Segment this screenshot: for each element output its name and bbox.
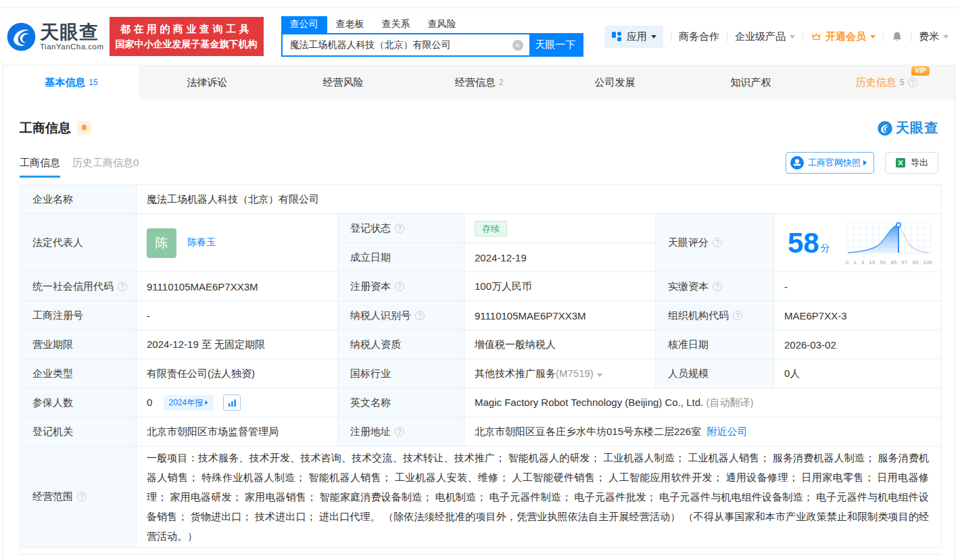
divider: [911, 32, 911, 42]
address-label: 注册地址: [338, 417, 464, 447]
search-area: 查公司 查老板 查关系 查风险 魔法工场机器人科技（北京）有限公司 天眼一下: [281, 16, 583, 57]
table-row: 登记机关 北京市朝阳区市场监督管理局 注册地址 北京市朝阳区豆各庄乡水牛坊015…: [20, 417, 942, 447]
tab-label: 基本信息: [45, 76, 85, 89]
score-value: 58分: [774, 214, 942, 272]
report-chart-button[interactable]: [223, 394, 241, 411]
tianyancha-watermark: 天眼查: [878, 119, 938, 137]
subscribe-bell-button[interactable]: [77, 121, 91, 135]
notification-bell-icon[interactable]: [891, 30, 903, 43]
industry-label: 国标行业: [338, 359, 464, 388]
chevron-down-icon: [943, 35, 949, 39]
score-label: 天眼评分: [656, 214, 774, 272]
tab-basic-info[interactable]: 基本信息15: [3, 66, 139, 99]
search-value: 魔法工场机器人科技（北京）有限公司: [290, 39, 512, 51]
address-value: 北京市朝阳区豆各庄乡水牛坊015号东楼二层226室 附近公司: [464, 417, 942, 447]
official-snapshot-button[interactable]: 工商官网快照: [786, 152, 874, 174]
tab-company-development[interactable]: 公司发展: [547, 66, 683, 99]
legal-rep-link[interactable]: 陈春玉: [187, 236, 216, 247]
help-icon[interactable]: [713, 282, 722, 291]
tianyancha-logo[interactable]: 天眼查 TianYanCha.com: [7, 22, 104, 51]
crown-icon: [811, 31, 822, 43]
menu-business-cooperation[interactable]: 商务合作: [679, 30, 719, 43]
org-code-value: MAE6P7XX-3: [774, 301, 942, 330]
tab-label: 知识产权: [731, 76, 771, 89]
search-tab-company[interactable]: 查公司: [281, 16, 327, 33]
tianyancha-logo-icon: [7, 22, 36, 51]
business-info-table: 企业名称 魔法工场机器人科技（北京）有限公司 法定代表人 陈 陈春玉 登记状态 …: [20, 184, 942, 548]
table-row: 营业期限 2024-12-19 至 无固定期限 纳税人资质 增值税一般纳税人 核…: [20, 330, 942, 359]
score-axis: 0131550859799100: [845, 259, 933, 265]
help-icon[interactable]: [118, 282, 127, 291]
clear-icon[interactable]: [512, 40, 523, 51]
tab-label: 经营风险: [323, 76, 364, 89]
help-icon[interactable]: [908, 78, 917, 87]
subtab-business-info[interactable]: 工商信息: [20, 157, 60, 178]
menu-user[interactable]: 费米: [919, 30, 949, 43]
help-icon[interactable]: [713, 238, 722, 247]
next-section-top-border: [20, 554, 941, 555]
insured-label: 参保人数: [20, 388, 137, 417]
english-name-value: Magic Factory Robot Technology (Beijing)…: [464, 388, 942, 417]
search-box: 魔法工场机器人科技（北京）有限公司 天眼一下: [281, 33, 583, 57]
tab-history-info[interactable]: 历史信息 5 VIP: [819, 66, 955, 99]
annual-report-badge[interactable]: 2024年报: [164, 395, 214, 411]
bell-icon: [80, 124, 89, 132]
company-name-value: 魔法工场机器人科技（北京）有限公司: [137, 185, 942, 214]
export-button[interactable]: 导出: [885, 152, 938, 174]
help-icon[interactable]: [395, 224, 404, 233]
industry-value: 其他技术推广服务(M7519): [464, 359, 656, 388]
arrow-right-icon: [206, 401, 208, 405]
approve-date-value: 2026-03-02: [774, 330, 942, 359]
table-row: 经营范围 一般项目：技术服务、技术开发、技术咨询、技术交流、技术转让、技术推广；…: [20, 447, 942, 548]
reg-status-label: 登记状态: [338, 214, 464, 243]
menu-vip[interactable]: 开通会员: [811, 30, 876, 43]
company-type-label: 企业类型: [20, 359, 137, 388]
reg-number-value: -: [137, 301, 338, 330]
term-value: 2024-12-19 至 无固定期限: [137, 330, 338, 359]
help-icon[interactable]: [77, 492, 87, 501]
reg-capital-value: 100万人民币: [464, 272, 656, 301]
search-tab-relation[interactable]: 查关系: [373, 16, 419, 33]
promo-banner: 都在用的商业查询工具 国家中小企业发展子基金旗下机构: [110, 17, 264, 56]
english-name-label: 英文名称: [338, 388, 464, 417]
search-tabs: 查公司 查老板 查关系 查风险: [281, 16, 583, 33]
chevron-down-icon[interactable]: [597, 374, 602, 377]
help-icon[interactable]: [395, 282, 404, 291]
tab-business-info[interactable]: 经营信息2: [411, 66, 547, 99]
help-icon[interactable]: [733, 311, 742, 320]
tab-legal-proceedings[interactable]: 法律诉讼: [139, 66, 275, 99]
header-menu: 应用 商务合作 企业级产品 开通会员 费米: [604, 26, 949, 48]
reg-capital-label: 注册资本: [338, 272, 464, 301]
banner-line2: 国家中小企业发展子基金旗下机构: [114, 36, 260, 51]
search-tab-boss[interactable]: 查老板: [327, 16, 373, 33]
tab-count: 15: [89, 78, 97, 87]
staff-value: 0人: [774, 359, 942, 388]
search-tab-risk[interactable]: 查风险: [419, 16, 465, 33]
site-header: 天眼查 TianYanCha.com 都在用的商业查询工具 国家中小企业发展子基…: [0, 8, 958, 65]
divider: [803, 32, 803, 42]
org-code-label: 组织机构代码: [656, 301, 774, 330]
table-row: 参保人数 0 2024年报 英文名称 Magic Factory Robot T…: [20, 388, 942, 417]
est-date-value: 2024-12-19: [464, 243, 656, 272]
search-button[interactable]: 天眼一下: [529, 34, 582, 55]
chevron-down-icon: [651, 35, 656, 39]
tab-intellectual-property[interactable]: 知识产权: [683, 66, 819, 99]
avatar[interactable]: 陈: [147, 228, 176, 258]
apps-grid-icon: [611, 31, 622, 42]
subtab-history-business-info[interactable]: 历史工商信息0: [72, 157, 139, 178]
divider: [727, 32, 727, 42]
brand-domain: TianYanCha.com: [40, 43, 104, 51]
tab-label: 经营信息: [455, 76, 496, 89]
chevron-down-icon: [870, 35, 876, 39]
nearby-companies-link[interactable]: 附近公司: [706, 426, 747, 437]
apps-menu[interactable]: 应用: [604, 26, 663, 48]
search-input[interactable]: 魔法工场机器人科技（北京）有限公司: [283, 34, 529, 55]
apps-label: 应用: [627, 30, 647, 43]
term-label: 营业期限: [20, 330, 137, 359]
help-icon[interactable]: [415, 311, 425, 320]
bar-chart-icon: [228, 399, 237, 407]
help-icon[interactable]: [395, 427, 404, 436]
tab-business-risk[interactable]: 经营风险: [275, 66, 411, 99]
table-row: 企业名称 魔法工场机器人科技（北京）有限公司: [20, 185, 942, 214]
menu-enterprise-product[interactable]: 企业级产品: [735, 30, 795, 43]
